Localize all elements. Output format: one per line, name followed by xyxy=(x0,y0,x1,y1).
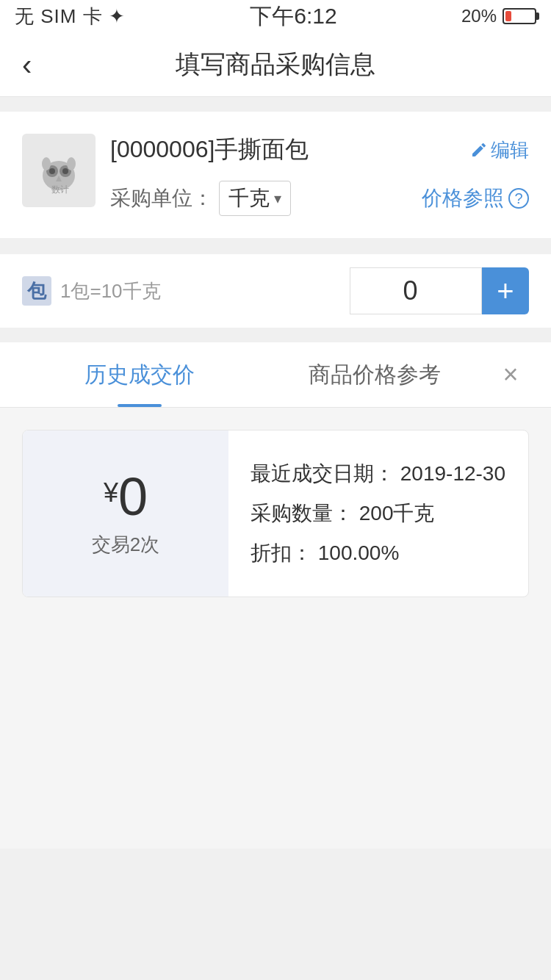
purchase-qty-row: 采购数量： 200千克 xyxy=(251,500,506,527)
unit-row: 采购单位： 千克 ▾ 价格参照 ? xyxy=(110,181,529,216)
info-icon: ? xyxy=(508,188,529,209)
tab-close-button[interactable]: × xyxy=(492,356,529,393)
unit-select[interactable]: 千克 ▾ xyxy=(219,181,291,216)
tab-history-price[interactable]: 历史成交价 xyxy=(22,342,257,407)
tab-product-price-ref[interactable]: 商品价格参考 xyxy=(257,342,492,407)
tab-section: 历史成交价 商品价格参考 × xyxy=(0,342,551,408)
currency-symbol: ¥ xyxy=(104,478,118,508)
price-ref-label: 价格参照 xyxy=(422,184,504,212)
svg-text:数计: 数计 xyxy=(51,184,69,195)
product-image: 数计 xyxy=(22,134,96,207)
back-button[interactable]: ‹ xyxy=(22,50,32,79)
product-name: [0000006]手撕面包 xyxy=(110,134,309,166)
purchase-qty-label: 采购数量： xyxy=(251,502,353,525)
svg-point-6 xyxy=(42,157,51,170)
product-thumbnail: 数计 xyxy=(33,145,84,196)
discount-value: 100.00% xyxy=(318,541,400,564)
status-right: 20% xyxy=(461,6,536,26)
price-ref-button[interactable]: 价格参照 ? xyxy=(422,184,529,212)
status-time: 下午6:12 xyxy=(250,1,336,32)
battery-icon xyxy=(503,8,536,24)
product-row: 数计 [0000006]手撕面包 编辑 采购单位： 千克 ▾ xyxy=(22,134,529,216)
edit-label: 编辑 xyxy=(491,137,529,163)
qty-label-group: 包 1包=10千克 xyxy=(22,276,161,306)
discount-label: 折扣： xyxy=(251,541,312,564)
section-divider-2 xyxy=(0,328,551,342)
battery-percent: 20% xyxy=(461,6,497,26)
recent-date-value: 2019-12-30 xyxy=(400,462,505,485)
purchase-qty-value: 200千克 xyxy=(359,502,435,525)
product-section: 数计 [0000006]手撕面包 编辑 采购单位： 千克 ▾ xyxy=(0,112,551,238)
section-divider-1 xyxy=(0,238,551,253)
status-bar: 无 SIM 卡 ✦ 下午6:12 20% xyxy=(0,0,551,32)
history-price-summary: ¥ 0 交易2次 xyxy=(23,430,228,597)
status-carrier: 无 SIM 卡 ✦ xyxy=(15,4,126,29)
qty-input[interactable] xyxy=(350,267,482,314)
svg-point-7 xyxy=(67,157,76,170)
tab-active-indicator xyxy=(118,404,162,407)
qty-conversion: 1包=10千克 xyxy=(60,278,161,304)
content-section: ¥ 0 交易2次 最近成交日期： 2019-12-30 采购数量： 200千克 … xyxy=(0,408,551,849)
price-value: 0 xyxy=(118,470,148,523)
history-price-display: ¥ 0 xyxy=(104,470,148,523)
page-title: 填写商品采购信息 xyxy=(176,48,375,82)
tab-history-price-label: 历史成交价 xyxy=(84,360,195,390)
unit-label: 采购单位： xyxy=(110,184,213,212)
history-details: 最近成交日期： 2019-12-30 采购数量： 200千克 折扣： 100.0… xyxy=(228,430,528,597)
nav-bar: ‹ 填写商品采购信息 xyxy=(0,32,551,97)
recent-date-label: 最近成交日期： xyxy=(251,462,395,485)
svg-point-4 xyxy=(62,168,68,174)
trade-count: 交易2次 xyxy=(92,532,159,558)
edit-icon xyxy=(470,141,488,159)
chevron-down-icon: ▾ xyxy=(274,190,281,207)
quantity-section: 包 1包=10千克 + xyxy=(0,254,551,328)
unit-value: 千克 xyxy=(228,184,270,212)
history-card: ¥ 0 交易2次 最近成交日期： 2019-12-30 采购数量： 200千克 … xyxy=(22,430,529,597)
qty-input-group: + xyxy=(350,267,529,314)
qty-plus-button[interactable]: + xyxy=(482,267,529,314)
product-name-row: [0000006]手撕面包 编辑 xyxy=(110,134,529,166)
battery-fill xyxy=(505,11,511,21)
unit-group: 采购单位： 千克 ▾ xyxy=(110,181,291,216)
discount-row: 折扣： 100.00% xyxy=(251,539,506,567)
tab-bar: 历史成交价 商品价格参考 × xyxy=(0,342,551,407)
svg-point-3 xyxy=(49,168,55,174)
edit-button[interactable]: 编辑 xyxy=(470,137,529,163)
product-info: [0000006]手撕面包 编辑 采购单位： 千克 ▾ 价格 xyxy=(110,134,529,216)
qty-unit-badge: 包 xyxy=(22,276,51,306)
recent-date-row: 最近成交日期： 2019-12-30 xyxy=(251,460,506,488)
tab-product-price-ref-label: 商品价格参考 xyxy=(309,360,441,390)
